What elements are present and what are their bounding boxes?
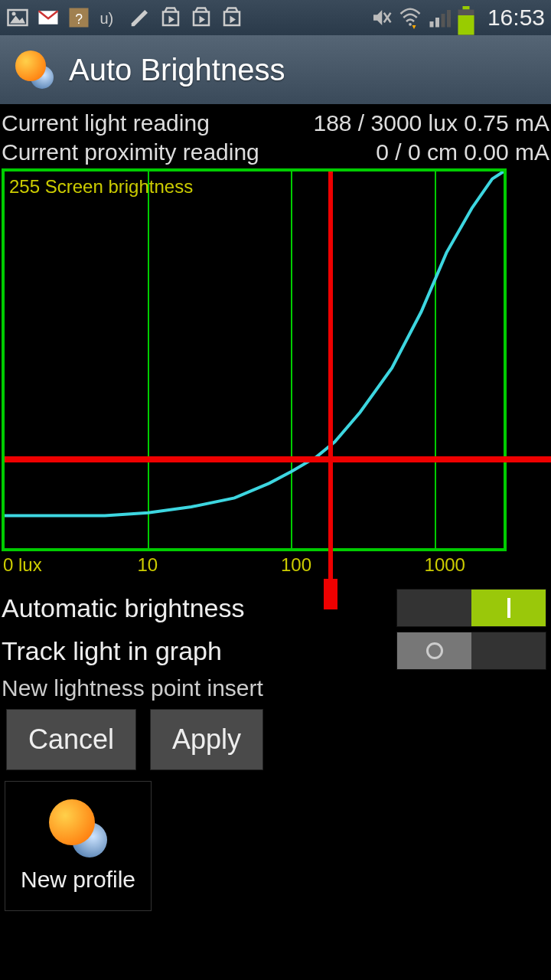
light-reading-row: Current light reading 188 / 3000 lux 0.7… bbox=[2, 109, 549, 138]
svg-rect-22 bbox=[458, 15, 474, 35]
mute-icon bbox=[370, 6, 393, 29]
svg-point-2 bbox=[12, 12, 16, 16]
new-profile-label: New profile bbox=[21, 867, 135, 893]
light-reading-value: 188 / 3000 lux 0.75 mA bbox=[313, 109, 549, 138]
play-store-icon-3 bbox=[220, 6, 243, 29]
battery-icon bbox=[457, 6, 475, 29]
track-light-label: Track light in graph bbox=[0, 636, 396, 666]
svg-rect-19 bbox=[447, 10, 451, 28]
proximity-reading-label: Current proximity reading bbox=[2, 138, 259, 167]
chart-x-ticks: 0 lux101001000 bbox=[2, 551, 549, 579]
chart-x-tick: 10 bbox=[138, 554, 158, 576]
svg-marker-8 bbox=[169, 16, 175, 24]
app-notif-icon: ? bbox=[67, 6, 90, 29]
status-bar: ? u) 16:53 bbox=[0, 0, 551, 35]
apply-button[interactable]: Apply bbox=[150, 709, 263, 770]
status-icons-right: 16:53 bbox=[370, 5, 545, 31]
svg-marker-7 bbox=[132, 10, 148, 26]
proximity-reading-row: Current proximity reading 0 / 0 cm 0.00 … bbox=[2, 138, 549, 167]
svg-rect-16 bbox=[429, 21, 433, 28]
svg-marker-10 bbox=[230, 16, 236, 24]
svg-marker-15 bbox=[412, 25, 416, 29]
insert-point-label: New lightness point insert bbox=[0, 672, 551, 709]
new-profile-button[interactable]: New profile bbox=[5, 781, 152, 911]
app-icon bbox=[15, 51, 54, 89]
play-store-icon-1 bbox=[159, 6, 182, 29]
signal-icon bbox=[428, 6, 451, 29]
svg-text:u): u) bbox=[100, 10, 114, 27]
profile-icon bbox=[49, 799, 107, 858]
page-title: Auto Brightness bbox=[69, 53, 285, 87]
track-light-toggle[interactable] bbox=[396, 632, 546, 670]
sound-icon: u) bbox=[98, 6, 121, 29]
cancel-button[interactable]: Cancel bbox=[6, 709, 136, 770]
svg-rect-17 bbox=[435, 18, 439, 28]
status-time: 16:53 bbox=[487, 5, 545, 31]
gallery-icon bbox=[6, 6, 29, 29]
svg-marker-1 bbox=[10, 16, 25, 24]
svg-marker-11 bbox=[373, 10, 382, 25]
chart-plot-area[interactable]: 255 Screen brightness bbox=[2, 168, 507, 551]
svg-text:?: ? bbox=[75, 11, 83, 27]
chart-y-max-label: 255 Screen brightness bbox=[9, 176, 193, 198]
auto-brightness-toggle[interactable] bbox=[396, 589, 546, 627]
chart-x-tick: 1000 bbox=[425, 554, 465, 576]
light-reading-label: Current light reading bbox=[2, 109, 210, 138]
svg-marker-9 bbox=[200, 16, 206, 24]
gmail-icon bbox=[37, 6, 60, 29]
status-icons-left: ? u) bbox=[6, 6, 243, 29]
svg-rect-18 bbox=[441, 14, 445, 28]
crosshair-horizontal[interactable] bbox=[5, 456, 551, 462]
edit-icon bbox=[129, 6, 152, 29]
chart-x-tick: 0 lux bbox=[3, 554, 42, 576]
chart-x-tick: 100 bbox=[281, 554, 311, 576]
wifi-icon bbox=[399, 6, 422, 29]
chart-curve bbox=[5, 172, 504, 548]
readings: Current light reading 188 / 3000 lux 0.7… bbox=[0, 104, 551, 168]
play-store-icon-2 bbox=[190, 6, 213, 29]
proximity-reading-value: 0 / 0 cm 0.00 mA bbox=[376, 138, 549, 167]
svg-point-14 bbox=[409, 23, 412, 26]
chart[interactable]: 255 Screen brightness 0 lux101001000 bbox=[2, 168, 549, 579]
crosshair-vertical[interactable] bbox=[328, 172, 333, 579]
svg-rect-20 bbox=[462, 6, 469, 10]
title-bar: Auto Brightness bbox=[0, 35, 551, 104]
